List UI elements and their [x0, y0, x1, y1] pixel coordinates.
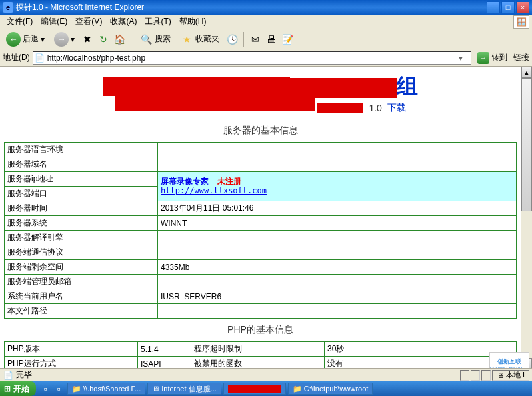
row-value	[158, 231, 517, 245]
taskbar-item[interactable]	[223, 383, 286, 395]
favorites-button[interactable]: ★ 收藏夹	[177, 31, 223, 47]
page-icon: 📄	[35, 53, 45, 63]
status-panel-2	[471, 370, 480, 381]
done-icon: 📄	[3, 370, 13, 381]
row-value	[158, 304, 517, 319]
table-row: 服务器ip地址屏幕录像专家 未注册http://www.tlxsoft.com	[5, 172, 517, 187]
menu-view[interactable]: 查看(V)	[71, 15, 106, 29]
table-row: 服务器语言环境	[5, 143, 517, 157]
status-panel-1	[460, 370, 469, 381]
row-value: 4335Mb	[158, 260, 517, 275]
edit-button[interactable]: 📝	[281, 33, 294, 46]
section1-title: 服务器的基本信息	[0, 121, 521, 141]
row-label: 服务器时间	[5, 201, 158, 216]
row-label: 服务器端口	[5, 187, 158, 201]
close-button[interactable]: ×	[516, 1, 529, 13]
go-button[interactable]: → 转到	[474, 51, 511, 65]
scroll-up-button[interactable]: ▲	[521, 67, 532, 78]
row-label: 服务端通信协议	[5, 245, 158, 260]
taskbar-item[interactable]: 📁\\.host\Shared F...	[67, 383, 145, 395]
chevron-down-icon: ▾	[41, 35, 45, 44]
home-button[interactable]: 🏠	[113, 33, 126, 46]
banner-title-suffix: 组	[290, 72, 418, 101]
row-label: 服务端管理员邮箱	[5, 275, 158, 289]
table-row: 服务器时间2013年04月11日 05:01:46	[5, 201, 517, 216]
download-link[interactable]: 下载	[387, 102, 406, 114]
row-value	[158, 143, 517, 157]
table-row: 服务器域名	[5, 157, 517, 172]
ie-icon: e	[3, 2, 13, 13]
stop-button[interactable]: ✖	[81, 33, 94, 46]
links-button[interactable]: 链接	[513, 52, 529, 63]
table-row: 系统当前用户名IUSR_SERVER6	[5, 289, 517, 304]
row-value	[158, 245, 517, 260]
forward-button[interactable]: → ▾	[51, 31, 78, 48]
table-row: PHP版本5.1.4程序超时限制30秒	[5, 342, 517, 357]
refresh-button[interactable]: ↻	[97, 33, 110, 46]
php-info-table: PHP版本5.1.4程序超时限制30秒PHP运行方式ISAPI被禁用的函数没有Z…	[4, 341, 517, 369]
version-text: 1.0	[369, 103, 381, 113]
folder-icon: 🖥	[152, 385, 159, 393]
menu-file[interactable]: 文件(F)	[3, 15, 37, 29]
row-value: IUSR_SERVER6	[158, 289, 517, 304]
search-icon: 🔍	[139, 33, 153, 46]
go-arrow-icon: →	[477, 52, 489, 64]
cell: 5.1.4	[138, 342, 191, 357]
row-value: 2013年04月11日 05:01:46	[158, 201, 517, 216]
cell: 程序超时限制	[191, 342, 325, 357]
redacted-subtitle	[115, 96, 315, 111]
mail-button[interactable]: ✉	[249, 33, 262, 46]
table-row: 服务端剩余空间4335Mb	[5, 260, 517, 275]
table-row: 服务器系统WINNT	[5, 216, 517, 231]
row-label: 本文件路径	[5, 304, 158, 319]
print-button[interactable]: 🖶	[265, 33, 278, 46]
taskbar-item[interactable]: 🖥Internet 信息服...	[147, 383, 221, 395]
row-value	[158, 157, 517, 172]
row-value: 屏幕录像专家 未注册http://www.tlxsoft.com	[158, 172, 517, 201]
chevron-down-icon: ▾	[71, 35, 75, 44]
security-zone: 🖥 本地 I	[492, 370, 529, 381]
status-panel-3	[481, 370, 491, 381]
quick-launch-1[interactable]: ▫	[39, 382, 52, 395]
row-label: 服务器ip地址	[5, 172, 158, 187]
server-info-table: 服务器语言环境服务器域名服务器ip地址屏幕录像专家 未注册http://www.…	[4, 142, 517, 319]
minimize-button[interactable]: _	[487, 1, 500, 13]
computer-icon: 🖥	[497, 371, 504, 379]
history-button[interactable]: 🕓	[225, 33, 239, 46]
menu-edit[interactable]: 编辑(E)	[37, 15, 71, 29]
quick-launch-2[interactable]: ▫	[52, 382, 65, 395]
row-label: 服务器域名	[5, 157, 158, 172]
row-value	[158, 275, 517, 289]
table-row: 服务器解译引擎	[5, 231, 517, 245]
folder-icon: 📁	[293, 385, 302, 393]
row-label: 服务端剩余空间	[5, 260, 158, 275]
cell: PHP版本	[5, 342, 138, 357]
windows-logo: 🪟	[513, 15, 529, 29]
menu-tools[interactable]: 工具(T)	[141, 15, 175, 29]
status-text: 完毕	[16, 369, 32, 381]
forward-arrow-icon: →	[54, 32, 69, 47]
star-icon: ★	[180, 33, 193, 46]
vertical-scrollbar[interactable]: ▲ ▼	[521, 67, 532, 369]
table-row: 服务端通信协议	[5, 245, 517, 260]
folder-icon: 📁	[72, 385, 81, 393]
row-label: 服务器系统	[5, 216, 158, 231]
address-input[interactable]	[45, 53, 459, 63]
row-label: 服务器语言环境	[5, 143, 158, 157]
back-arrow-icon: ←	[6, 32, 21, 47]
search-button[interactable]: 🔍 搜索	[136, 31, 174, 47]
start-button[interactable]: ⊞ 开始	[0, 381, 36, 396]
redacted-banner	[103, 77, 290, 96]
address-dropdown-icon[interactable]: ▾	[459, 53, 469, 63]
window-title: 探针1.0 - Microsoft Internet Explorer	[16, 2, 144, 13]
cell: 30秒	[325, 342, 517, 357]
windows-flag-icon: ⊞	[4, 384, 11, 393]
menu-help[interactable]: 帮助(H)	[175, 15, 211, 29]
maximize-button[interactable]: □	[501, 1, 515, 13]
menu-favorites[interactable]: 收藏(A)	[106, 15, 141, 29]
back-button[interactable]: ← 后退 ▾	[3, 31, 48, 48]
address-label: 地址(D)	[3, 52, 30, 63]
taskbar-item[interactable]: 📁C:\Inetpub\wwwroot	[288, 383, 373, 395]
scroll-thumb[interactable]	[521, 78, 532, 211]
row-label: 系统当前用户名	[5, 289, 158, 304]
